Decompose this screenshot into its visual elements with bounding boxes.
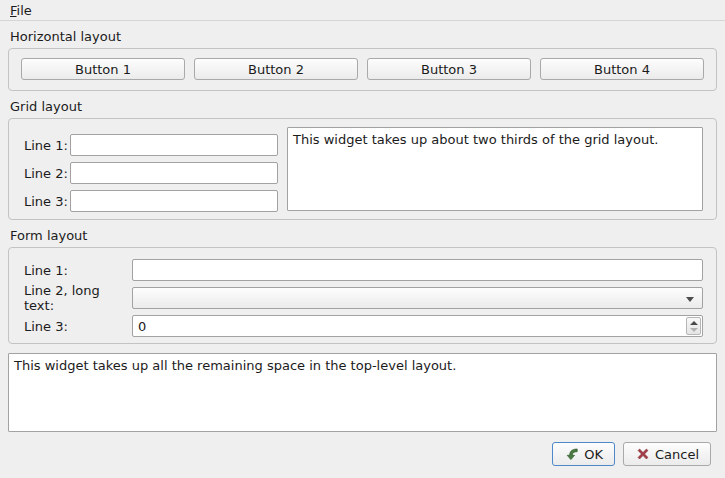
ok-button-label: OK <box>584 447 603 462</box>
red-cross-icon <box>635 446 651 462</box>
button-4[interactable]: Button 4 <box>540 58 704 80</box>
cancel-button-label: Cancel <box>655 447 699 462</box>
form-line3-spinbox-input[interactable] <box>132 315 703 337</box>
spinbox-buttons[interactable] <box>686 317 701 335</box>
grid-row-3: Line 3: <box>21 190 278 212</box>
grid-line2-label: Line 2: <box>24 166 70 181</box>
grid-line1-label: Line 1: <box>24 138 70 153</box>
menu-file-rest: ile <box>17 3 32 18</box>
form-line1-label: Line 1: <box>24 263 128 278</box>
main-window: File Horizontal layout Button 1 Button 2… <box>0 0 725 478</box>
form-line3-field <box>132 315 703 337</box>
form-line3-spinbox <box>132 315 703 337</box>
arrow-down-icon[interactable] <box>690 328 698 332</box>
form-line2-combobox[interactable] <box>132 287 703 309</box>
grid-line1-input[interactable] <box>70 134 278 156</box>
grid-group-frame: Line 1: Line 2: Line 3: This widget take… <box>8 118 717 220</box>
button-2[interactable]: Button 2 <box>194 58 358 80</box>
form-row-1: Line 1: <box>21 259 703 281</box>
form-line1-field <box>132 259 703 281</box>
grid-text-edit[interactable]: This widget takes up about two thirds of… <box>287 127 703 211</box>
form-row-2: Line 2, long text: <box>21 287 703 309</box>
grid-group-title: Grid layout <box>10 99 717 115</box>
dialog-content: Horizontal layout Button 1 Button 2 Butt… <box>0 21 725 344</box>
cancel-button[interactable]: Cancel <box>623 442 711 466</box>
form-line2-field <box>132 287 703 309</box>
form-line2-label: Line 2, long text: <box>24 283 128 313</box>
form-group-title: Form layout <box>10 228 717 244</box>
dialog-button-box: OK Cancel <box>0 442 711 466</box>
grid-line2-input[interactable] <box>70 162 278 184</box>
grid-row-2: Line 2: <box>21 162 278 184</box>
chevron-down-icon <box>686 297 694 302</box>
button-1[interactable]: Button 1 <box>21 58 185 80</box>
grid-row-1: Line 1: <box>21 134 278 156</box>
horizontal-group-title: Horizontal layout <box>10 29 717 45</box>
menubar: File <box>0 0 725 21</box>
grid-line3-label: Line 3: <box>24 194 70 209</box>
form-group-frame: Line 1: Line 2, long text: Line 3: <box>8 247 717 344</box>
ok-button[interactable]: OK <box>552 442 615 466</box>
grid-line3-input[interactable] <box>70 190 278 212</box>
form-line1-input[interactable] <box>132 259 703 281</box>
grid-left-column: Line 1: Line 2: Line 3: <box>21 127 278 211</box>
horizontal-buttons: Button 1 Button 2 Button 3 Button 4 <box>21 58 704 80</box>
arrow-up-icon[interactable] <box>690 321 698 325</box>
green-return-arrow-icon <box>564 446 580 462</box>
form-row-3: Line 3: <box>21 315 703 337</box>
button-3[interactable]: Button 3 <box>367 58 531 80</box>
form-line3-label: Line 3: <box>24 319 128 334</box>
horizontal-group-frame: Button 1 Button 2 Button 3 Button 4 <box>8 48 717 91</box>
bottom-text-edit[interactable]: This widget takes up all the remaining s… <box>8 353 717 432</box>
menu-file[interactable]: File <box>4 2 38 19</box>
